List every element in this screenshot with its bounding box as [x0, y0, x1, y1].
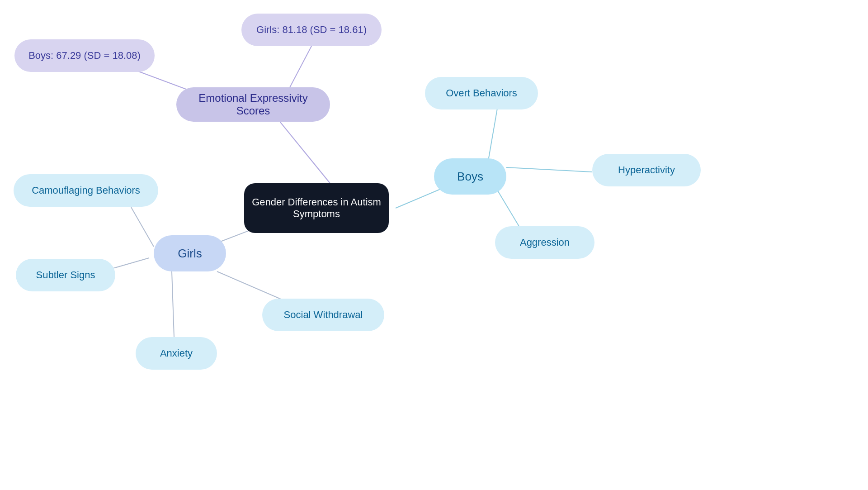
svg-line-9 [488, 109, 497, 161]
center-label: Gender Differences in Autism Symptoms [244, 196, 389, 220]
svg-line-2 [280, 122, 330, 183]
emotional-scores-label: Emotional Expressivity Scores [191, 92, 316, 117]
anxiety-node: Anxiety [136, 337, 217, 370]
svg-line-5 [131, 207, 154, 247]
hyperactivity-node: Hyperactivity [592, 154, 701, 186]
boys-label: Boys [457, 170, 483, 184]
girls-score-node: Girls: 81.18 (SD = 18.61) [241, 14, 382, 46]
girls-label: Girls [178, 247, 202, 261]
camouflaging-label: Camouflaging Behaviors [32, 185, 140, 196]
hyperactivity-label: Hyperactivity [618, 164, 675, 176]
overt-behaviors-label: Overt Behaviors [446, 87, 517, 99]
center-node: Gender Differences in Autism Symptoms [244, 183, 389, 233]
svg-line-4 [289, 45, 312, 88]
svg-line-7 [172, 271, 174, 337]
aggression-node: Aggression [495, 226, 594, 259]
girls-score-label: Girls: 81.18 (SD = 18.61) [256, 24, 367, 36]
svg-line-10 [506, 167, 592, 172]
social-withdrawal-node: Social Withdrawal [262, 299, 384, 331]
emotional-scores-node: Emotional Expressivity Scores [176, 87, 330, 122]
boys-node: Boys [434, 158, 506, 195]
subtler-signs-label: Subtler Signs [36, 269, 95, 281]
girls-node: Girls [154, 235, 226, 271]
overt-behaviors-node: Overt Behaviors [425, 77, 538, 109]
boys-score-label: Boys: 67.29 (SD = 18.08) [28, 50, 141, 62]
social-withdrawal-label: Social Withdrawal [284, 309, 363, 321]
camouflaging-node: Camouflaging Behaviors [14, 174, 158, 207]
anxiety-label: Anxiety [160, 347, 193, 359]
boys-score-node: Boys: 67.29 (SD = 18.08) [14, 39, 155, 72]
subtler-signs-node: Subtler Signs [16, 259, 115, 291]
aggression-label: Aggression [520, 237, 570, 248]
